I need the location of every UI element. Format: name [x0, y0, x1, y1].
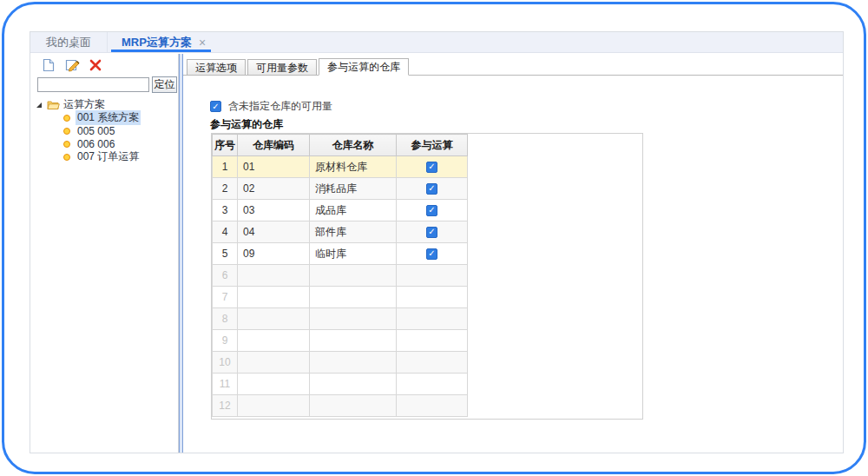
- cell-code[interactable]: [238, 265, 310, 287]
- table-row[interactable]: 8: [213, 308, 468, 330]
- table-row[interactable]: 11: [213, 374, 468, 395]
- folder-open-icon: [47, 100, 60, 110]
- cell-code[interactable]: 04: [238, 221, 310, 243]
- table-row[interactable]: 7: [213, 287, 468, 308]
- app-window: 我的桌面 MRP运算方案 ×: [30, 31, 844, 453]
- cell-code[interactable]: [238, 395, 310, 417]
- locate-button[interactable]: 定位: [152, 76, 177, 93]
- window-frame: 我的桌面 MRP运算方案 ×: [2, 2, 866, 474]
- participate-checkbox[interactable]: [426, 248, 437, 260]
- cell-name[interactable]: 消耗品库: [310, 178, 397, 200]
- cell-no: 10: [213, 352, 238, 374]
- cell-name[interactable]: 部件库: [310, 221, 397, 243]
- cell-no: 3: [213, 200, 238, 221]
- new-document-icon[interactable]: [41, 58, 56, 72]
- scheme-tree: 运算方案 001 系统方案 005 005 006 006: [30, 98, 178, 163]
- col-header-no: 序号: [213, 135, 238, 156]
- table-row[interactable]: 4 04 部件库: [213, 221, 468, 243]
- cell-name[interactable]: [310, 308, 397, 330]
- table-row[interactable]: 2 02 消耗品库: [213, 178, 468, 200]
- cell-no: 8: [213, 308, 238, 330]
- tree-node-icon: [63, 115, 70, 122]
- tab-participating-warehouses[interactable]: 参与运算的仓库: [319, 58, 409, 76]
- tree-item-label: 005 005: [76, 125, 116, 137]
- cell-name[interactable]: [310, 395, 397, 417]
- cell-name[interactable]: 原材料仓库: [310, 156, 397, 178]
- include-unassigned-label: 含未指定仓库的可用量: [228, 99, 332, 114]
- table-row[interactable]: 12: [213, 395, 468, 417]
- cell-no: 4: [213, 221, 238, 243]
- sidebar-search-row: 定位: [30, 75, 178, 94]
- cell-code[interactable]: [238, 287, 310, 308]
- cell-name[interactable]: 临时库: [310, 243, 397, 265]
- tree-item-001[interactable]: 001 系统方案: [30, 111, 178, 124]
- tree-item-006[interactable]: 006 006: [30, 137, 178, 150]
- col-header-name: 仓库名称: [310, 135, 397, 156]
- cell-code[interactable]: [238, 352, 310, 374]
- sidebar-toolbar: [30, 54, 178, 75]
- tree-search-input[interactable]: [37, 77, 149, 92]
- cell-code[interactable]: [238, 308, 310, 330]
- participate-checkbox[interactable]: [426, 183, 437, 195]
- cell-code[interactable]: 03: [238, 200, 310, 221]
- cell-no: 11: [213, 374, 238, 395]
- sidebar: 定位 运算方案: [30, 54, 179, 453]
- participate-checkbox[interactable]: [426, 227, 437, 238]
- tree-item-007[interactable]: 007 订单运算: [30, 150, 178, 163]
- tree-item-label: 001 系统方案: [76, 110, 141, 125]
- main-tab-bar: 运算选项 可用量参数 参与运算的仓库: [183, 59, 843, 76]
- participate-checkbox[interactable]: [426, 205, 437, 216]
- table-row[interactable]: 1 01 原材料仓库: [213, 156, 468, 178]
- tab-mrp-scheme-label: MRP运算方案: [122, 35, 192, 50]
- cell-code[interactable]: 01: [238, 156, 310, 178]
- cell-no: 2: [213, 178, 238, 200]
- close-tab-icon[interactable]: ×: [199, 36, 206, 50]
- include-unassigned-row: 含未指定仓库的可用量: [210, 99, 332, 114]
- cell-name[interactable]: [310, 265, 397, 287]
- cell-no: 12: [213, 395, 238, 417]
- table-row[interactable]: 9: [213, 330, 468, 352]
- warehouse-table: 序号 仓库编码 仓库名称 参与运算 1 01 原材料仓库: [212, 134, 468, 417]
- delete-icon[interactable]: [88, 58, 103, 72]
- tab-availability-params[interactable]: 可用量参数: [247, 59, 317, 75]
- tree-node-icon: [63, 128, 70, 135]
- cell-participate: [397, 200, 468, 221]
- screenshot-stage: 我的桌面 MRP运算方案 ×: [0, 0, 868, 476]
- cell-code[interactable]: 02: [238, 178, 310, 200]
- cell-participate: [397, 287, 468, 308]
- cell-participate: [397, 330, 468, 352]
- cell-name[interactable]: [310, 287, 397, 308]
- participate-checkbox[interactable]: [426, 162, 437, 173]
- tab-my-desktop[interactable]: 我的桌面: [30, 32, 108, 52]
- cell-participate: [397, 395, 468, 417]
- cell-name[interactable]: [310, 330, 397, 352]
- tree-node-icon: [63, 154, 70, 161]
- table-row[interactable]: 10: [213, 352, 468, 374]
- tab-mrp-scheme[interactable]: MRP运算方案 ×: [108, 32, 214, 52]
- cell-code[interactable]: 09: [238, 243, 310, 265]
- cell-participate: [397, 221, 468, 243]
- tree-item-005[interactable]: 005 005: [30, 124, 178, 137]
- cell-code[interactable]: [238, 374, 310, 395]
- include-unassigned-checkbox[interactable]: [210, 101, 221, 112]
- cell-name[interactable]: 成品库: [310, 200, 397, 221]
- tree-item-label: 006 006: [76, 138, 116, 150]
- edit-icon[interactable]: [64, 58, 80, 72]
- col-header-participate: 参与运算: [397, 135, 468, 156]
- app-tab-bar: 我的桌面 MRP运算方案 ×: [30, 32, 843, 53]
- cell-code[interactable]: [238, 330, 310, 352]
- cell-name[interactable]: [310, 352, 397, 374]
- tree-node-icon: [63, 141, 70, 148]
- warehouse-grid-container: 序号 仓库编码 仓库名称 参与运算 1 01 原材料仓库: [211, 133, 643, 420]
- tree-root-node[interactable]: 运算方案: [30, 98, 178, 111]
- cell-participate: [397, 374, 468, 395]
- table-row[interactable]: 5 09 临时库: [213, 243, 468, 265]
- cell-participate: [397, 308, 468, 330]
- table-row[interactable]: 6: [213, 265, 468, 287]
- cell-name[interactable]: [310, 374, 397, 395]
- cell-participate: [397, 352, 468, 374]
- table-row[interactable]: 3 03 成品库: [213, 200, 468, 221]
- main-panel: 运算选项 可用量参数 参与运算的仓库 含未指定仓库的可用量 参与运算的仓库: [183, 54, 843, 453]
- tab-calc-options[interactable]: 运算选项: [187, 59, 246, 75]
- tree-expand-icon[interactable]: [36, 102, 43, 109]
